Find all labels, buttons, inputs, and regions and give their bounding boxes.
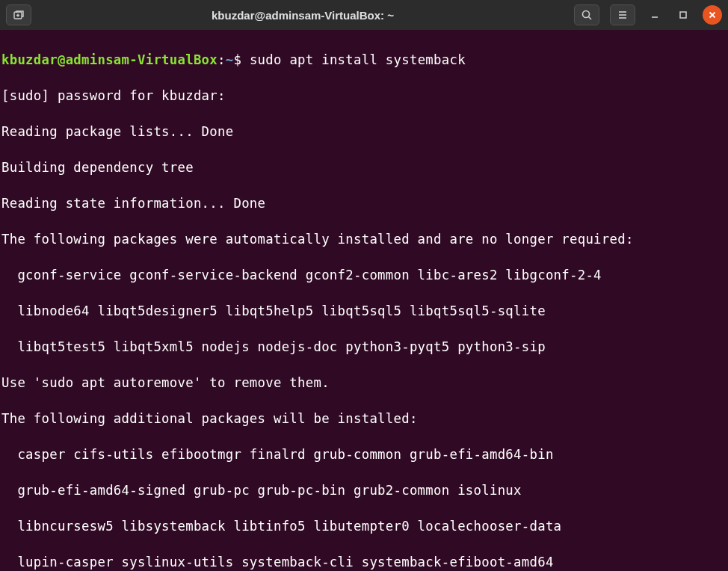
prompt-userhost: kbuzdar@adminsam-VirtualBox [1, 52, 218, 67]
prompt-dollar: $ [233, 52, 249, 67]
hamburger-icon [617, 9, 629, 21]
svg-point-1 [583, 11, 590, 18]
output-line: The following packages were automaticall… [1, 230, 727, 248]
svg-line-2 [589, 17, 592, 20]
window-title: kbuzdar@adminsam-VirtualBox: ~ [37, 9, 568, 22]
menu-button[interactable] [610, 4, 635, 25]
output-line: Building dependency tree [1, 158, 727, 176]
new-tab-button[interactable] [6, 4, 31, 25]
output-line: Use 'sudo apt autoremove' to remove them… [1, 374, 727, 392]
search-button[interactable] [574, 4, 599, 25]
minimize-icon [650, 10, 660, 20]
output-line: grub-efi-amd64-signed grub-pc grub-pc-bi… [1, 481, 727, 499]
output-line: lupin-casper syslinux-utils systemback-c… [1, 553, 727, 571]
prompt-line: kbuzdar@adminsam-VirtualBox:~$ sudo apt … [1, 51, 727, 69]
terminal-output[interactable]: kbuzdar@adminsam-VirtualBox:~$ sudo apt … [0, 30, 728, 571]
maximize-button[interactable] [674, 6, 692, 24]
titlebar-right [574, 4, 722, 25]
minimize-button[interactable] [646, 6, 664, 24]
new-tab-icon [13, 9, 25, 21]
output-line: [sudo] password for kbuzdar: [1, 87, 727, 105]
titlebar-left [6, 4, 31, 25]
output-line: Reading package lists... Done [1, 123, 727, 141]
prompt-colon: : [218, 52, 226, 67]
command-text: sudo apt install systemback [250, 52, 466, 67]
output-line: libncursesw5 libsystemback libtinfo5 lib… [1, 517, 727, 535]
output-line: gconf-service gconf-service-backend gcon… [1, 266, 727, 284]
svg-rect-7 [680, 12, 686, 18]
close-icon [708, 10, 717, 19]
output-line: libnode64 libqt5designer5 libqt5help5 li… [1, 302, 727, 320]
search-icon [581, 9, 593, 21]
output-line: The following additional packages will b… [1, 410, 727, 428]
output-line: casper cifs-utils efibootmgr finalrd gru… [1, 445, 727, 463]
output-line: Reading state information... Done [1, 194, 727, 212]
prompt-path: ~ [226, 52, 234, 67]
output-line: libqt5test5 libqt5xml5 nodejs nodejs-doc… [1, 338, 727, 356]
close-button[interactable] [703, 5, 722, 25]
titlebar: kbuzdar@adminsam-VirtualBox: ~ [0, 0, 728, 30]
maximize-icon [678, 10, 688, 20]
